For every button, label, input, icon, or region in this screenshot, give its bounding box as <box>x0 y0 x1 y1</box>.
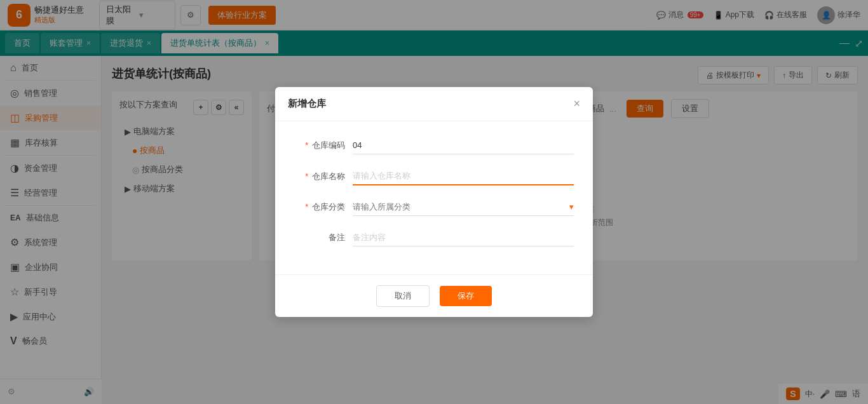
cancel-button[interactable]: 取消 <box>376 285 430 307</box>
modal-close-button[interactable]: × <box>573 97 580 111</box>
category-dropdown-icon[interactable]: ▾ <box>569 202 574 212</box>
modal-header: 新增仓库 × <box>275 87 593 121</box>
form-row-code: * 仓库编码 <box>294 137 574 154</box>
modal-body: * 仓库编码 * 仓库名称 * 仓库分类 <box>275 121 593 274</box>
code-input[interactable] <box>353 137 574 154</box>
save-button[interactable]: 保存 <box>440 286 492 306</box>
name-required-mark: * <box>305 172 308 181</box>
category-select-wrap: ▾ <box>353 198 574 216</box>
modal-overlay: 新增仓库 × * 仓库编码 * 仓库名称 <box>0 0 868 404</box>
code-required-mark: * <box>305 140 308 150</box>
modal-footer: 取消 保存 <box>275 274 593 317</box>
category-required-mark: * <box>305 202 308 212</box>
category-input[interactable] <box>353 198 569 215</box>
category-label: * 仓库分类 <box>294 201 345 213</box>
name-label: * 仓库名称 <box>294 171 345 182</box>
name-input[interactable] <box>353 167 574 185</box>
form-row-name: * 仓库名称 <box>294 167 574 185</box>
modal-title: 新增仓库 <box>288 98 326 110</box>
add-warehouse-modal: 新增仓库 × * 仓库编码 * 仓库名称 <box>275 87 593 317</box>
note-label: 备注 <box>294 232 345 243</box>
form-row-note: 备注 <box>294 229 574 246</box>
code-label: * 仓库编码 <box>294 140 345 151</box>
note-input[interactable] <box>353 229 574 246</box>
form-row-category: * 仓库分类 ▾ <box>294 198 574 216</box>
